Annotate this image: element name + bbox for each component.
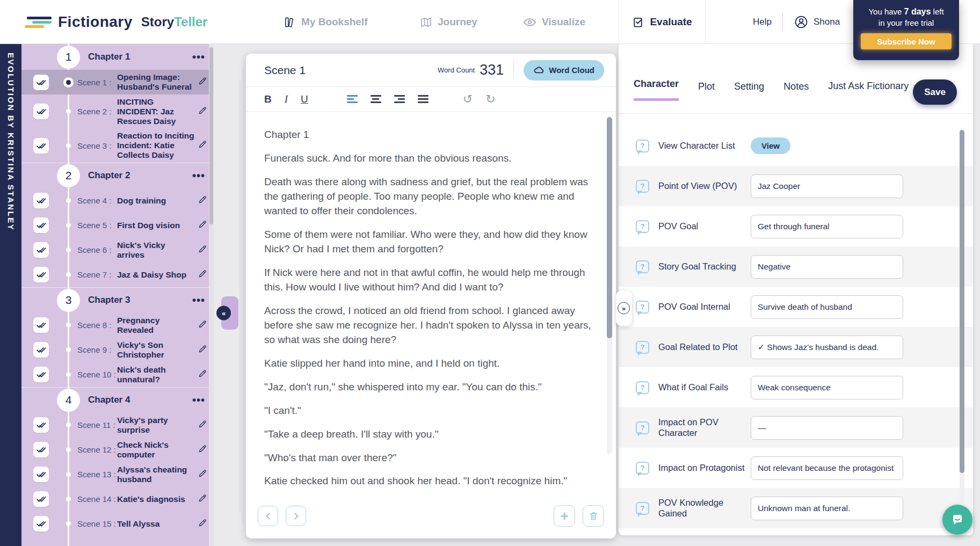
- chapter-row[interactable]: 2Chapter 2•••: [21, 163, 214, 188]
- nav-visualize[interactable]: Visualize: [523, 0, 585, 44]
- tab-character[interactable]: Character: [634, 78, 679, 101]
- nav-user-menu[interactable]: Shona: [794, 0, 840, 44]
- save-button[interactable]: Save: [913, 79, 957, 105]
- scene-checkbox[interactable]: [33, 417, 49, 433]
- chapter-row[interactable]: 1Chapter 1•••: [21, 44, 214, 70]
- scene-row[interactable]: Scene 5 :First Dog vision: [21, 213, 214, 238]
- field-input[interactable]: [751, 336, 903, 359]
- scene-checkbox[interactable]: [33, 467, 49, 482]
- word-cloud-button[interactable]: Word Cloud: [524, 60, 604, 81]
- italic-button[interactable]: I: [285, 93, 288, 105]
- field-input[interactable]: [751, 497, 903, 520]
- chapter-menu-button[interactable]: •••: [192, 173, 205, 178]
- editor-scrollbar[interactable]: [607, 117, 612, 454]
- scene-row[interactable]: Scene 14 :Katie's diagnosis: [21, 487, 214, 512]
- align-center-button[interactable]: [371, 95, 381, 103]
- field-input[interactable]: [751, 215, 903, 238]
- scene-checkbox[interactable]: [33, 138, 49, 154]
- scene-checkbox[interactable]: [33, 75, 49, 90]
- scene-edit-button[interactable]: [198, 469, 207, 481]
- underline-button[interactable]: U: [301, 93, 308, 105]
- nav-help[interactable]: Help: [753, 0, 772, 44]
- scene-edit-button[interactable]: [198, 493, 207, 505]
- align-left-button[interactable]: [347, 95, 358, 103]
- chapter-row[interactable]: 3Chapter 3•••: [21, 287, 214, 313]
- add-scene-button[interactable]: +: [554, 505, 575, 527]
- tab-notes[interactable]: Notes: [783, 81, 809, 101]
- scene-row[interactable]: Scene 13 :Alyssa's cheating husband: [21, 462, 214, 487]
- scene-row[interactable]: Scene 7 :Jaz & Daisy Shop: [21, 263, 214, 287]
- tab-setting[interactable]: Setting: [734, 81, 764, 101]
- scene-edit-button[interactable]: [198, 419, 207, 431]
- editor-scrollbar-thumb[interactable]: [607, 117, 612, 338]
- view-character-list-button[interactable]: View: [751, 137, 790, 154]
- scene-checkbox[interactable]: [33, 267, 49, 282]
- scene-edit-button[interactable]: [198, 269, 207, 281]
- scene-checkbox[interactable]: [33, 491, 49, 507]
- scene-row[interactable]: Scene 4 :Dog training: [21, 188, 214, 213]
- redo-button[interactable]: ↻: [485, 92, 495, 106]
- scene-edit-button[interactable]: [198, 195, 207, 207]
- help-tooltip-icon[interactable]: ?: [636, 421, 649, 434]
- brand[interactable]: Fictionary StoryTeller: [25, 0, 207, 44]
- help-tooltip-icon[interactable]: ?: [636, 220, 649, 233]
- scene-row[interactable]: Scene 2 :INCITING INCIDENT: Jaz Rescues …: [21, 94, 214, 128]
- help-tooltip-icon[interactable]: ?: [636, 180, 649, 193]
- scene-edit-button[interactable]: [198, 518, 207, 530]
- nav-my-bookshelf[interactable]: My Bookshelf: [284, 0, 368, 44]
- scene-checkbox[interactable]: [33, 367, 49, 382]
- scene-row[interactable]: Scene 6 :Nick's Vicky arrives: [21, 238, 214, 263]
- tab-plot[interactable]: Plot: [698, 81, 715, 101]
- scene-row[interactable]: Scene 11 :Vicky's party surprise: [21, 413, 214, 438]
- delete-scene-button[interactable]: [583, 505, 604, 527]
- nav-journey[interactable]: Journey: [420, 0, 477, 44]
- scene-edit-button[interactable]: [198, 76, 207, 88]
- scene-edit-button[interactable]: [198, 319, 207, 331]
- field-input[interactable]: [751, 295, 903, 319]
- field-input[interactable]: [751, 456, 903, 480]
- scene-row[interactable]: Scene 15 :Tell Alyssa: [21, 512, 214, 536]
- scene-edit-button[interactable]: [198, 444, 207, 456]
- scene-edit-button[interactable]: [198, 220, 207, 231]
- justify-button[interactable]: [418, 95, 429, 103]
- align-right-button[interactable]: [394, 95, 405, 103]
- scene-row[interactable]: Scene 12 :Check Nick's computer: [21, 438, 214, 462]
- collapse-sidebar-toggle[interactable]: «: [221, 296, 238, 330]
- panel-scrollbar[interactable]: [960, 130, 964, 503]
- field-input[interactable]: [751, 416, 903, 440]
- tab-just-ask-fictionary[interactable]: Just Ask Fictionary★: [828, 80, 921, 101]
- scene-checkbox[interactable]: [33, 217, 49, 233]
- field-input[interactable]: [751, 376, 903, 399]
- previous-scene-button[interactable]: [258, 506, 278, 526]
- sidebar-scrollbar-thumb[interactable]: [209, 47, 213, 224]
- scene-edit-button[interactable]: [198, 344, 207, 356]
- help-tooltip-icon[interactable]: ?: [636, 260, 649, 273]
- scene-row[interactable]: Scene 8 :Pregnancy Revealed: [21, 313, 214, 338]
- undo-button[interactable]: ↺: [463, 92, 473, 106]
- help-tooltip-icon[interactable]: ?: [636, 140, 649, 152]
- scene-checkbox[interactable]: [33, 342, 49, 358]
- nav-evaluate[interactable]: Evaluate: [619, 0, 706, 44]
- scene-row[interactable]: Scene 3 :Reaction to Inciting Incident: …: [21, 128, 214, 162]
- field-input[interactable]: [751, 255, 903, 279]
- scene-checkbox[interactable]: [33, 516, 49, 532]
- chapter-menu-button[interactable]: •••: [192, 297, 205, 303]
- help-tooltip-icon[interactable]: ?: [636, 502, 649, 515]
- sidebar-scrollbar[interactable]: [209, 44, 214, 546]
- scene-checkbox[interactable]: [33, 317, 49, 333]
- bold-button[interactable]: B: [264, 93, 272, 105]
- help-tooltip-icon[interactable]: ?: [636, 381, 649, 394]
- help-tooltip-icon[interactable]: ?: [636, 341, 649, 354]
- field-input[interactable]: [751, 174, 903, 198]
- help-tooltip-icon[interactable]: ?: [636, 301, 649, 314]
- subscribe-now-button[interactable]: Subscribe Now: [861, 33, 952, 49]
- chapter-row[interactable]: 4Chapter 4•••: [21, 387, 214, 413]
- scene-edit-button[interactable]: [198, 106, 207, 118]
- scene-edit-button[interactable]: [198, 244, 207, 256]
- scene-edit-button[interactable]: [198, 369, 207, 381]
- scene-checkbox[interactable]: [33, 193, 49, 208]
- scene-row-selected[interactable]: Scene 1 :Opening Image: Husband's Funera…: [21, 70, 214, 94]
- manuscript-text[interactable]: Chapter 1Funerals suck. And for more tha…: [246, 113, 602, 493]
- scene-checkbox[interactable]: [33, 442, 49, 457]
- collapse-panel-toggle[interactable]: »: [616, 290, 632, 326]
